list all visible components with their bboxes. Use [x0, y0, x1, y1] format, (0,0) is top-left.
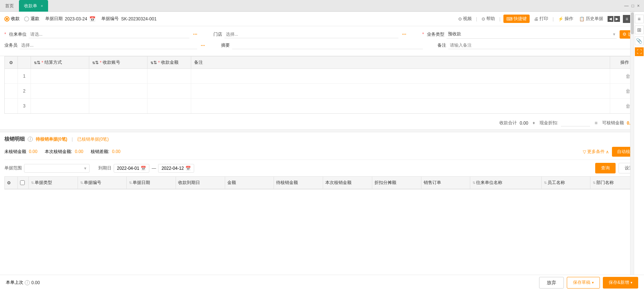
sort-account-icon[interactable]: ⇅	[92, 60, 99, 65]
row1-delete-icon[interactable]: 🗑	[625, 73, 631, 79]
row3-num: 3	[18, 99, 31, 113]
save-draft-btn[interactable]: 保存草稿 ▾	[567, 277, 600, 289]
col-remark-header: 备注	[191, 56, 610, 68]
tab-close-icon[interactable]: ×	[41, 4, 43, 8]
col-gear-header[interactable]	[5, 56, 18, 68]
more-conditions-btn[interactable]: ▽ 更多条件 ∧	[583, 149, 609, 155]
filter-icon: ▽	[583, 149, 586, 154]
row3-amount[interactable]	[148, 99, 191, 113]
table-header: ⇅ * 结算方式 ⇅ * 收款账号 ⇅ * 收款金额 备注	[5, 56, 639, 69]
range-field: 单据范围 ▾	[4, 164, 90, 173]
panel-expand-icon[interactable]: ⛶	[635, 47, 644, 56]
summary-input[interactable]	[232, 42, 423, 49]
tab-pending[interactable]: 待核销单据(0笔)	[36, 136, 67, 142]
date-to-calendar-icon: 📅	[185, 166, 191, 171]
panel-attach-icon[interactable]: 📎	[635, 36, 644, 45]
note-input[interactable]	[448, 42, 640, 49]
discount-input[interactable]	[561, 119, 590, 126]
row3-account[interactable]	[89, 99, 148, 113]
verify-section: 核销明细 i 待核销单据(0笔) | 已核销单据(0笔) 未核销金额 0.00 …	[0, 132, 644, 193]
due-date-field: 到期日 2022-04-01 📅 — 2022-04-12 📅	[98, 164, 194, 173]
radio-refund-dot	[24, 16, 29, 21]
row1-amount[interactable]	[148, 69, 191, 83]
history-icon: 📋	[579, 16, 585, 21]
dth-checkbox[interactable]	[18, 177, 29, 189]
tab-receipt[interactable]: 收款单 ×	[19, 0, 48, 12]
row3-settle[interactable]	[31, 99, 89, 113]
row1-account[interactable]	[89, 69, 148, 83]
row1-remark[interactable]	[191, 69, 610, 83]
radio-refund[interactable]: 退款	[24, 16, 39, 22]
row3-delete-icon[interactable]: 🗑	[625, 103, 631, 109]
date-to-input[interactable]: 2022-04-12 📅	[158, 164, 194, 173]
verify-info-icon[interactable]: i	[28, 137, 33, 142]
nav-arrows: ◀ ▶	[608, 16, 620, 22]
col-account-header: ⇅ * 收款账号	[89, 56, 148, 68]
history-btn[interactable]: 📋 历史单据	[578, 15, 605, 23]
abandon-btn[interactable]: 放弃	[539, 277, 564, 289]
verify-left-stats: 未核销金额 0.00 本次核销金额: 0.00 核销差额: 0.00	[4, 149, 121, 155]
date-from-input[interactable]: 2022-04-01 📅	[114, 164, 149, 173]
select-all-checkbox[interactable]	[20, 180, 25, 185]
table-footer: 收款合计 0.00 + 现金折扣: = 可核销金额 0.00	[4, 117, 640, 129]
operate-btn[interactable]: ⚡ 操作	[557, 15, 575, 23]
row2-amount[interactable]	[148, 84, 191, 98]
staff-more-icon[interactable]: ···	[199, 43, 207, 48]
col-num-header	[18, 56, 31, 68]
save-new-btn[interactable]: 保存&新增 ▾	[603, 277, 638, 289]
bottom-info-icon[interactable]: i	[25, 280, 30, 285]
query-btn[interactable]: 查询	[595, 163, 616, 173]
row2-remark[interactable]	[191, 84, 610, 98]
range-dropdown[interactable]: ▾	[24, 164, 90, 173]
help-btn[interactable]: ⊙ 帮助	[480, 15, 496, 23]
table-gear-icon	[9, 60, 13, 65]
dth-gear[interactable]: ⚙	[5, 177, 18, 189]
minimize-btn[interactable]: —	[624, 3, 629, 8]
scrollbar-thumb[interactable]	[631, 12, 634, 34]
sort-docnum-icon: ⇅	[80, 181, 83, 185]
print-btn[interactable]: 🖨 打印	[533, 15, 550, 23]
row2-settle[interactable]	[31, 84, 89, 98]
counterpart-more-icon[interactable]: ···	[192, 31, 199, 37]
radio-receive[interactable]: 收款	[4, 16, 20, 22]
save-new-arrow-icon: ▾	[631, 281, 632, 285]
layout-list-icon[interactable]: ≡	[623, 15, 631, 23]
sort-settle-icon[interactable]: ⇅	[34, 60, 40, 65]
current-verify-label: 本次核销金额: 0.00	[45, 149, 83, 155]
counterpart-input[interactable]	[29, 31, 189, 38]
number-field: 单据编号 SK-20230324-001	[101, 16, 156, 22]
row3-remark[interactable]	[191, 99, 610, 113]
sort-amount-icon[interactable]: ⇅	[150, 60, 157, 65]
panel-grid-icon[interactable]: ⊞	[635, 26, 644, 34]
video-btn[interactable]: ⊙ 视频	[457, 15, 473, 23]
radio-receive-dot	[4, 16, 9, 21]
close-window-btn[interactable]: ×	[637, 3, 640, 8]
diff-label: 核销差额: 0.00	[91, 149, 121, 155]
restore-btn[interactable]: □	[632, 3, 634, 8]
filter-row: 单据范围 ▾ 到期日 2022-04-01 📅 — 2022-04-12 📅	[4, 160, 640, 176]
col-settle-header: ⇅ * 结算方式	[31, 56, 89, 68]
top-toolbar: 收款 退款 单据日期 2023-03-24 📅 单据编号 SK-20230324…	[0, 12, 644, 26]
shortcut-btn[interactable]: ⌨ 快捷键	[503, 15, 530, 23]
biz-type-arrow-icon: ▾	[613, 32, 615, 37]
biz-type-dropdown[interactable]: 预收款 ▾	[447, 30, 617, 39]
row2-num: 2	[18, 84, 31, 98]
store-input[interactable]	[224, 31, 398, 38]
col-amount-header: ⇅ * 收款金额	[148, 56, 191, 68]
dth-current-verify: 本次核销金额	[323, 177, 372, 189]
sort-staff-icon: ⇅	[544, 181, 547, 185]
panel-table-icon[interactable]: ≡	[635, 15, 644, 23]
store-more-icon[interactable]: ···	[401, 31, 408, 37]
row1-settle[interactable]	[31, 69, 89, 83]
tab-bar: 首页 收款单 × — □ ×	[0, 0, 644, 12]
nav-prev-icon[interactable]: ◀	[608, 16, 613, 22]
row2-account[interactable]	[89, 84, 148, 98]
nav-next-icon[interactable]: ▶	[614, 16, 620, 22]
chevron-icon: ∧	[606, 149, 609, 154]
calendar-icon[interactable]: 📅	[89, 16, 95, 22]
tab-done[interactable]: 已核销单据(0笔)	[77, 136, 109, 142]
staff-input[interactable]	[20, 42, 197, 49]
scrollbar-track	[630, 12, 634, 275]
row2-delete-icon[interactable]: 🗑	[625, 88, 631, 94]
tab-home[interactable]: 首页	[0, 0, 19, 12]
